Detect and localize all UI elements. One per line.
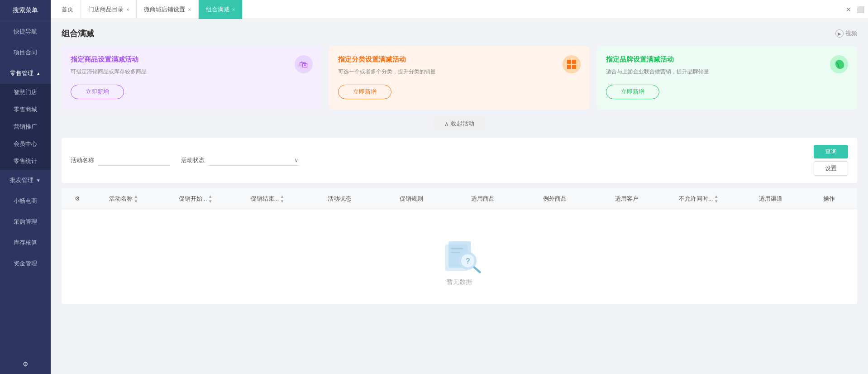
- data-table: ⚙ 活动名称 ▲▼ 促销开始... ▲▼ 促销结束... ▲▼ 活动状态: [62, 188, 857, 304]
- svg-rect-9: [451, 248, 463, 249]
- sidebar-sub-item-smart-store[interactable]: 智慧门店: [0, 84, 51, 101]
- product-activity-card: 指定商品设置满减活动 🛍 可指定滞销商品或库存较多商品 立即新增: [62, 46, 322, 110]
- th-activity-status: 活动状态: [303, 195, 375, 203]
- tab-label: 微商城店铺设置: [144, 5, 185, 14]
- column-label: 例外商品: [543, 195, 567, 203]
- column-label: 促销开始...: [179, 195, 207, 203]
- svg-line-8: [474, 267, 480, 272]
- close-icon[interactable]: ×: [188, 7, 191, 12]
- tab-combo-discount[interactable]: 组合满减 ×: [199, 0, 243, 19]
- video-label: 视频: [845, 29, 857, 38]
- tab-label: 组合满减: [206, 5, 229, 14]
- leaf-icon: [830, 55, 848, 73]
- svg-rect-1: [572, 60, 576, 64]
- activity-status-filter: 活动状态 ∨: [181, 155, 299, 166]
- close-icon[interactable]: ×: [126, 7, 129, 12]
- query-button[interactable]: 查询: [814, 145, 848, 158]
- brand-card-add-button[interactable]: 立即新增: [606, 85, 659, 99]
- th-operations: 操作: [806, 195, 852, 203]
- column-label: 适用商品: [471, 195, 495, 203]
- video-link[interactable]: ▶ 视频: [835, 29, 857, 38]
- tab-wechat-store-settings[interactable]: 微商城店铺设置 ×: [137, 0, 198, 19]
- tab-right-actions: ✕ ⬜: [846, 6, 864, 13]
- sidebar-item-retail-mgmt[interactable]: 零售管理 ▲: [0, 63, 51, 84]
- table-header: ⚙ 活动名称 ▲▼ 促销开始... ▲▼ 促销结束... ▲▼ 活动状态: [62, 188, 857, 209]
- th-applicable-customers: 适用客户: [591, 195, 663, 203]
- close-icon[interactable]: ×: [232, 7, 235, 12]
- collapse-button[interactable]: ∧ 收起活动: [434, 117, 485, 130]
- main-content: 首页 门店商品目录 × 微商城店铺设置 × 组合满减 × ✕ ⬜ 组合满减 ▶ …: [51, 0, 868, 374]
- sort-icon: ▲▼: [134, 194, 138, 204]
- sidebar-item-purchase-mgmt[interactable]: 采购管理: [0, 211, 51, 232]
- column-label: 促销规则: [400, 195, 423, 203]
- sidebar-item-quick-nav[interactable]: 快捷导航: [0, 21, 51, 42]
- category-icon: [563, 55, 581, 73]
- chevron-up-icon: ▲: [36, 71, 41, 76]
- th-no-concurrent[interactable]: 不允许同时... ▲▼: [663, 194, 734, 204]
- svg-rect-3: [572, 65, 576, 69]
- th-promo-end[interactable]: 促销结束... ▲▼: [232, 194, 304, 204]
- column-label: 活动名称: [109, 195, 133, 203]
- tab-label: 门店商品目录: [88, 5, 124, 14]
- chevron-down-icon: ▼: [36, 178, 41, 183]
- sort-icon: ▲▼: [208, 194, 213, 204]
- svg-text:?: ?: [466, 257, 470, 265]
- activity-name-label: 活动名称: [71, 156, 94, 164]
- tab-home[interactable]: 首页: [54, 0, 81, 19]
- card-desc: 可指定滞销商品或库存较多商品: [71, 67, 313, 76]
- sidebar: 搜索菜单 快捷导航 项目合同 零售管理 ▲ 智慧门店 零售商城 营销推广 会员中…: [0, 0, 51, 374]
- product-card-add-button[interactable]: 立即新增: [71, 85, 124, 99]
- card-title: 指定品牌设置满减活动: [606, 55, 848, 64]
- empty-text: 暂无数据: [447, 278, 472, 286]
- empty-state: ? 暂无数据: [62, 209, 857, 304]
- sidebar-sub-item-retail-stats[interactable]: 零售统计: [0, 153, 51, 170]
- sidebar-item-label: 小畅电商: [14, 197, 37, 204]
- th-exception-products: 例外商品: [519, 195, 591, 203]
- sidebar-settings[interactable]: ⚙: [0, 354, 51, 374]
- sidebar-sub-item-retail-mall[interactable]: 零售商城: [0, 101, 51, 118]
- th-applicable-channels: 适用渠道: [734, 195, 806, 203]
- sidebar-item-project-contract[interactable]: 项目合同: [0, 42, 51, 63]
- svg-rect-2: [567, 65, 571, 69]
- category-card-add-button[interactable]: 立即新增: [338, 85, 391, 99]
- tab-store-catalog[interactable]: 门店商品目录 ×: [81, 0, 137, 19]
- th-promo-rules: 促销规则: [375, 195, 447, 203]
- sidebar-item-inventory[interactable]: 库存核算: [0, 232, 51, 253]
- column-label: 不允许同时...: [679, 195, 713, 203]
- card-desc: 可选一个或者多个分类，提升分类的销量: [338, 67, 580, 76]
- sidebar-item-ecommerce[interactable]: 小畅电商: [0, 191, 51, 211]
- th-applicable-products: 适用商品: [447, 195, 519, 203]
- sidebar-item-label: 库存核算: [14, 239, 37, 246]
- setting-button[interactable]: 设置: [814, 161, 848, 176]
- activity-status-label: 活动状态: [181, 156, 205, 164]
- card-title: 指定分类设置满减活动: [338, 55, 580, 64]
- sidebar-item-wholesale-mgmt[interactable]: 批发管理 ▼: [0, 170, 51, 191]
- collapse-label: 收起活动: [451, 120, 474, 128]
- svg-rect-0: [567, 60, 571, 64]
- activity-name-filter: 活动名称: [71, 155, 170, 166]
- close-window-icon[interactable]: ✕: [846, 6, 851, 13]
- activity-cards: 指定商品设置满减活动 🛍 可指定滞销商品或库存较多商品 立即新增 指定分类设置满…: [62, 46, 857, 110]
- activity-status-select[interactable]: ∨: [208, 155, 299, 166]
- sidebar-sub-item-member-center[interactable]: 会员中心: [0, 135, 51, 153]
- page-header: 组合满减 ▶ 视频: [62, 28, 857, 39]
- maximize-icon[interactable]: ⬜: [857, 6, 864, 13]
- chevron-up-icon: ∧: [444, 120, 449, 127]
- activity-name-input[interactable]: [98, 155, 170, 166]
- th-gear[interactable]: ⚙: [67, 195, 88, 202]
- page-content: 组合满减 ▶ 视频 指定商品设置满减活动 🛍 可指定滞销商品或库存较多商品 立即…: [51, 19, 868, 374]
- sidebar-search[interactable]: 搜索菜单: [0, 0, 51, 21]
- th-promo-start[interactable]: 促销开始... ▲▼: [160, 194, 232, 204]
- brand-activity-card: 指定品牌设置满减活动 适合与上游企业联合做营销，提升品牌销量 立即新增: [597, 46, 857, 110]
- sidebar-item-label: 批发管理: [10, 177, 33, 183]
- tab-label: 首页: [62, 5, 73, 14]
- sort-icon: ▲▼: [280, 194, 284, 204]
- column-label: 操作: [823, 195, 835, 203]
- th-activity-name[interactable]: 活动名称 ▲▼: [88, 194, 160, 204]
- card-title: 指定商品设置满减活动: [71, 55, 313, 64]
- collapse-bar: ∧ 收起活动: [62, 117, 857, 130]
- sidebar-sub-item-marketing[interactable]: 营销推广: [0, 118, 51, 135]
- filter-actions: 查询 设置: [814, 145, 848, 176]
- sidebar-item-finance-mgmt[interactable]: 资金管理: [0, 253, 51, 274]
- gear-icon: ⚙: [23, 360, 29, 368]
